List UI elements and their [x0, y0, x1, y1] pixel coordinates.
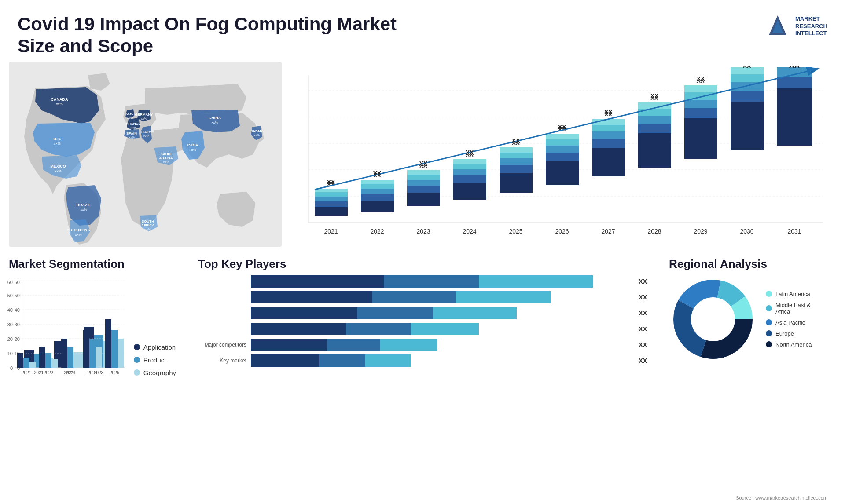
svg-rect-58: [407, 180, 440, 186]
svg-text:2021: 2021: [21, 370, 31, 375]
svg-point-194: [692, 298, 734, 340]
svg-text:SPAIN: SPAIN: [126, 131, 137, 135]
svg-rect-168: [23, 358, 29, 368]
svg-text:2025: 2025: [509, 228, 522, 235]
svg-text:SAUDI: SAUDI: [161, 152, 172, 156]
world-map-section: CANADA xx% U.S. xx% MEXICO xx% BRAZIL xx…: [9, 62, 282, 247]
svg-rect-93: [638, 116, 671, 124]
segmentation-section: Market Segmentation 0 10 20 30 40 50 60: [9, 257, 176, 376]
svg-rect-184: [111, 330, 118, 368]
svg-rect-173: [51, 359, 58, 368]
bottom-section: Market Segmentation 0 10 20 30 40 50 60: [0, 253, 845, 379]
svg-rect-177: [73, 354, 80, 368]
svg-rect-57: [407, 186, 440, 193]
svg-rect-65: [453, 169, 486, 175]
top-content: CANADA xx% U.S. xx% MEXICO xx% BRAZIL xx…: [0, 62, 845, 253]
svg-text:AFRICA: AFRICA: [141, 223, 154, 227]
players-chart: XX XX XX: [198, 275, 647, 367]
page-title: Covid 19 Impact On Fog Computing Market …: [18, 13, 414, 58]
svg-rect-183: [105, 319, 111, 368]
svg-rect-105: [731, 102, 764, 150]
source-text: Source : www.marketresearchintellect.com: [736, 495, 827, 500]
logo-icon: [764, 13, 791, 40]
svg-text:xx%: xx%: [75, 233, 81, 237]
player-bar-3: [251, 307, 631, 319]
latin-america-dot: [766, 291, 772, 297]
product-dot: [134, 357, 140, 363]
svg-text:xx%: xx%: [130, 126, 136, 129]
svg-rect-66: [453, 164, 486, 169]
svg-rect-72: [500, 158, 533, 165]
players-title: Top Key Players: [198, 257, 647, 271]
player-row-5: Major competitors XX: [198, 339, 647, 351]
svg-text:XX: XX: [697, 75, 705, 82]
regional-title: Regional Analysis: [669, 257, 836, 271]
svg-text:ARABIA: ARABIA: [159, 156, 173, 160]
svg-text:XX: XX: [512, 137, 520, 144]
svg-text:xx%: xx%: [129, 136, 134, 139]
svg-text:xx%: xx%: [189, 148, 196, 152]
svg-rect-79: [546, 146, 579, 153]
svg-rect-112: [777, 77, 812, 88]
svg-text:XX: XX: [327, 179, 335, 186]
svg-text:xx%: xx%: [127, 116, 132, 119]
svg-rect-181: [96, 347, 102, 368]
svg-text:INDIA: INDIA: [187, 143, 198, 147]
seg-chart-proper: 0 10 20 30 40 50 60 2021: [4, 275, 125, 376]
north-america-dot: [766, 341, 772, 347]
svg-rect-91: [638, 133, 671, 168]
player-label-5: Major competitors: [198, 342, 246, 348]
svg-rect-42: [315, 207, 348, 216]
svg-rect-45: [315, 192, 348, 197]
svg-rect-102: [684, 85, 717, 92]
svg-text:0: 0: [10, 365, 12, 371]
svg-rect-59: [407, 175, 440, 180]
svg-rect-171: [39, 347, 45, 368]
geography-dot: [134, 369, 140, 376]
svg-rect-49: [361, 201, 394, 212]
player-bar-2: [251, 291, 631, 303]
legend-application: Application: [134, 343, 176, 351]
segmentation-title: Market Segmentation: [9, 257, 176, 271]
svg-rect-172: [45, 353, 51, 368]
svg-text:ARGENTINA: ARGENTINA: [66, 228, 90, 232]
svg-text:xx%: xx%: [54, 142, 60, 146]
svg-rect-185: [118, 339, 124, 368]
svg-rect-71: [500, 165, 533, 173]
svg-rect-78: [546, 153, 579, 161]
legend-middle-east-africa: Middle East &Africa: [766, 302, 812, 315]
svg-text:xx%: xx%: [56, 102, 62, 106]
svg-rect-70: [500, 173, 533, 193]
svg-text:2031: 2031: [787, 228, 801, 235]
seg-chart-container: 0 10 20 30 40 50 60 2021: [9, 275, 176, 376]
svg-rect-176: [67, 347, 73, 368]
svg-text:XX: XX: [743, 66, 751, 69]
svg-rect-84: [592, 148, 625, 176]
svg-text:xx%: xx%: [55, 169, 61, 173]
svg-rect-80: [546, 139, 579, 146]
legend-europe: Europe: [766, 330, 812, 337]
svg-text:xx%: xx%: [211, 121, 218, 124]
logo: MARKET RESEARCH INTELLECT: [764, 13, 827, 40]
svg-text:CHINA: CHINA: [209, 116, 221, 120]
donut-chart: [669, 275, 757, 363]
player-bar-6: [251, 354, 631, 367]
logo-text: MARKET RESEARCH INTELLECT: [795, 15, 827, 38]
svg-text:2021: 2021: [324, 228, 338, 235]
svg-text:XX: XX: [466, 149, 474, 156]
players-section: Top Key Players XX XX: [185, 257, 660, 376]
regional-section: Regional Analysis: [669, 257, 836, 376]
player-row-1: XX: [198, 275, 647, 288]
svg-text:2024: 2024: [87, 370, 97, 375]
legend-product: Product: [134, 356, 176, 364]
legend-geography: Geography: [134, 369, 176, 376]
legend-latin-america: Latin America: [766, 291, 812, 297]
svg-rect-77: [546, 161, 579, 185]
legend-north-america: North America: [766, 341, 812, 348]
svg-text:xx%: xx%: [143, 135, 149, 138]
svg-text:2026: 2026: [555, 228, 569, 235]
svg-text:ITALY: ITALY: [141, 130, 151, 134]
player-label-6: Key market: [198, 358, 246, 364]
svg-text:2023: 2023: [416, 228, 430, 235]
svg-rect-169: [29, 362, 36, 368]
